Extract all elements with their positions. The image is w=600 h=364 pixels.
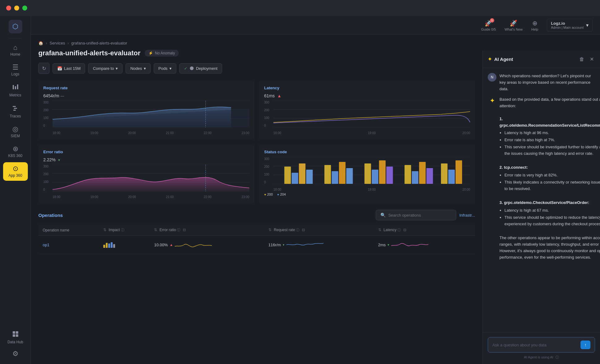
sidebar-item-logs[interactable]: ☰ Logs — [3, 61, 28, 79]
search-icon: 🔍 — [380, 213, 386, 218]
info-icon[interactable]: ⓘ — [555, 355, 559, 359]
guide-badge: 5 — [490, 18, 494, 23]
svg-rect-36 — [364, 163, 371, 184]
ai-message-text: Based on the provided data, a few operat… — [499, 96, 600, 260]
app-logo[interactable]: ⬡ — [9, 20, 22, 33]
sidebar-item-metrics[interactable]: Metrics — [3, 81, 28, 100]
svg-rect-31 — [306, 170, 313, 184]
nodes-button[interactable]: Nodes ▾ — [126, 63, 151, 74]
svg-rect-3 — [13, 106, 16, 107]
filter-bar: ↻ 📅 Last 15M Compare to ▾ Nodes ▾ — [38, 63, 475, 74]
sidebar-item-settings[interactable]: ⚙ — [3, 347, 28, 360]
operations-table: Operation name ⇅ Impact ⓘ ⇅ Error ratio — [38, 225, 475, 254]
svg-rect-9 — [16, 334, 18, 337]
search-box[interactable]: 🔍 — [376, 210, 456, 220]
sidebar-item-traces[interactable]: Traces — [3, 102, 28, 121]
info-icon[interactable]: ⓘ — [397, 228, 401, 232]
time-range-button[interactable]: 📅 Last 15M — [53, 63, 85, 74]
help-icon: ⊕ — [532, 19, 538, 27]
status-code-chart-area: 3002001000 — [264, 157, 470, 191]
operation-name[interactable]: op1 — [43, 243, 49, 247]
sidebar-item-app360[interactable]: ⊙ App 360 — [3, 162, 28, 181]
chart-canvas — [273, 157, 470, 184]
settings-icon: ⚙ — [12, 350, 19, 357]
sidebar-item-datahub[interactable]: Data Hub — [3, 328, 28, 347]
deploy-dot — [190, 66, 194, 70]
svg-rect-4 — [14, 108, 17, 109]
guide-button[interactable]: 🚀 5 Guide 0/5 — [481, 19, 496, 31]
services-breadcrumb[interactable]: Services — [49, 41, 65, 45]
content-with-panel: 🏠 › Services › grafana-unified-alerts-ev… — [31, 35, 600, 364]
pods-button[interactable]: Pods ▾ — [154, 63, 176, 74]
sidebar-item-home[interactable]: ⌂ Home — [3, 41, 28, 60]
help-label: Help — [531, 28, 538, 31]
impact-bar — [103, 245, 105, 248]
deployment-label: Deployment — [196, 66, 217, 71]
sidebar: ⬡ ⌂ Home ☰ Logs Metrics — [0, 16, 31, 364]
sidebar-item-k8s360[interactable]: ⊛ K8S 360 — [3, 142, 28, 161]
error-sparkline — [175, 240, 212, 249]
deployment-filter[interactable]: ✓ Deployment — [179, 63, 222, 74]
impact-bar — [108, 243, 110, 248]
chart-title: Latency — [264, 86, 470, 90]
filter-icon[interactable]: ⊟ — [183, 228, 186, 232]
ai-bullet: Error rate is also high at 7%. — [504, 137, 600, 143]
refresh-icon: ↻ — [42, 66, 46, 71]
sort-icon[interactable]: ⇅ — [268, 228, 272, 232]
sidebar-bottom: Data Hub ⚙ — [3, 328, 28, 360]
x-axis-labels: 18:0019:0020:00 — [273, 188, 470, 191]
sidebar-item-siem[interactable]: ◎ SIEM — [3, 123, 28, 141]
ai-trash-button[interactable]: 🗑 — [578, 55, 585, 63]
ai-send-button[interactable]: ↑ — [581, 341, 590, 349]
minimize-button[interactable] — [14, 6, 19, 11]
col-impact: ⇅ Impact ⓘ — [99, 225, 150, 236]
help-button[interactable]: ⊕ Help — [531, 19, 538, 31]
y-axis-labels: 3002001000 — [264, 101, 273, 127]
y-axis-labels: 3002001000 — [43, 165, 53, 191]
col-error-ratio: ⇅ Error ratio ⓘ ⊟ — [150, 225, 264, 236]
filter-icon[interactable]: ⊟ — [403, 228, 406, 232]
sort-icon[interactable]: ⇅ — [154, 228, 157, 232]
compare-to-button[interactable]: Compare to ▾ — [88, 63, 122, 74]
ai-panel-body: N Which operations need attention? Let's… — [483, 68, 600, 332]
refresh-button[interactable]: ↻ — [38, 63, 49, 74]
guide-label: Guide 0/5 — [481, 28, 496, 31]
ai-heading-2: 2. tcp.connect: — [499, 165, 528, 170]
sort-icon[interactable]: ⇅ — [378, 228, 381, 232]
error-ratio-chart: Error ratio 2.22% ▾ 3002001000 — [38, 145, 254, 204]
user-role: Admin | Main account — [551, 26, 584, 29]
sort-icon[interactable]: ⇅ — [103, 228, 106, 232]
ai-user-message: N Which operations need attention? Let's… — [488, 73, 595, 92]
infra-tab[interactable]: Infrastr... — [459, 213, 475, 218]
ai-heading-3: 3. grpc.oteldemo.CheckoutService/PlaceOr… — [499, 200, 589, 205]
info-icon[interactable]: ⓘ — [121, 228, 124, 232]
k8s360-icon: ⊛ — [13, 146, 18, 152]
sidebar-item-label: Logs — [11, 72, 19, 76]
compare-label: Compare to — [93, 66, 114, 71]
svg-rect-1 — [15, 86, 16, 89]
chart-canvas — [53, 101, 249, 127]
search-input[interactable] — [388, 213, 452, 218]
impact-bar — [106, 243, 108, 248]
breadcrumb: 🏠 › Services › grafana-unified-alerts-ev… — [38, 41, 475, 45]
ai-chat-input[interactable] — [492, 343, 578, 347]
sidebar-item-label: Data Hub — [7, 340, 23, 344]
user-name: Logz.io — [551, 21, 584, 26]
close-button[interactable] — [6, 6, 11, 11]
window-chrome — [0, 0, 600, 16]
chart-canvas — [53, 165, 249, 191]
info-icon[interactable]: ⓘ — [296, 228, 299, 232]
info-icon[interactable]: ⓘ — [177, 228, 180, 232]
latency-cell: 2ms ▾ — [378, 240, 471, 249]
ai-panel-title-text: AI Agent — [494, 57, 513, 62]
user-menu[interactable]: Logz.io Admin | Main account ▾ — [547, 19, 593, 32]
home-breadcrumb[interactable]: 🏠 — [38, 41, 43, 45]
filter-icon[interactable]: ⊟ — [302, 228, 305, 232]
svg-rect-33 — [332, 171, 338, 184]
request-rate-cell: 116r/m ▾ — [268, 240, 370, 249]
maximize-button[interactable] — [22, 6, 27, 11]
ai-close-button[interactable]: ✕ — [589, 55, 595, 63]
whats-new-button[interactable]: 🚀 What's New — [504, 19, 522, 31]
y-axis-labels: 3002001000 — [264, 157, 273, 184]
request-rate-value: 116r/m — [268, 243, 281, 247]
